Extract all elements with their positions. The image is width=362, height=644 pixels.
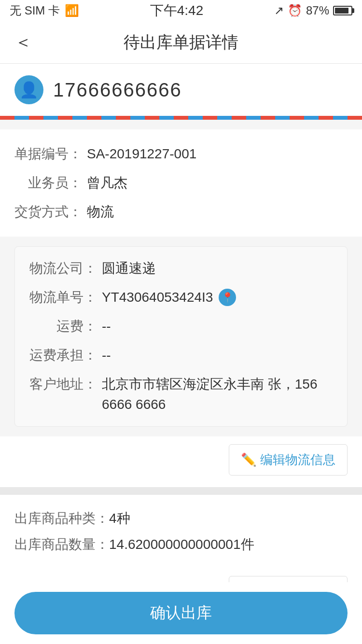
logistics-address-value: 北京市市辖区海淀区永丰南 张，156 6666 6666 <box>102 374 333 415</box>
order-info-section: 单据编号： SA-20191227-001 业务员： 曾凡杰 交货方式： 物流 <box>0 129 362 237</box>
status-bar-time: 下午4:42 <box>150 1 204 20</box>
edit-logistics-section: ✏️ 编辑物流信息 <box>0 436 362 487</box>
logistics-freight-row: 运费： -- <box>29 316 333 336</box>
avatar-icon: 👤 <box>19 81 39 99</box>
nav-bar: ＜ 待出库单据详情 <box>0 21 362 64</box>
section-spacer-1 <box>0 120 362 129</box>
wifi-icon: 📶 <box>65 4 79 17</box>
logistics-company-value: 圆通速递 <box>102 258 333 279</box>
goods-section: 出库商品种类： 4种 出库商品数量： 14.620000000000001件 <box>0 495 362 568</box>
confirm-button[interactable]: 确认出库 <box>14 592 348 634</box>
logistics-company-label: 物流公司： <box>29 258 97 279</box>
salesman-label: 业务员： <box>14 173 82 193</box>
battery-text: 87% <box>306 4 329 17</box>
dashed-divider <box>0 116 362 120</box>
logistics-tracking-row: 物流单号： YT43064053424I3 📍 <box>29 287 333 308</box>
logistics-freight-value: -- <box>102 316 333 336</box>
location-status-icon: ↗ <box>274 4 284 17</box>
edit-logistics-button[interactable]: ✏️ 编辑物流信息 <box>229 444 348 476</box>
logistics-tracking-value: YT43064053424I3 📍 <box>102 287 333 308</box>
delivery-label: 交货方式： <box>14 202 82 222</box>
status-bar-left: 无 SIM 卡 📶 <box>10 3 79 18</box>
goods-types-label: 出库商品种类： <box>14 509 109 528</box>
logistics-tracking-label: 物流单号： <box>29 287 97 308</box>
logistics-company-row: 物流公司： 圆通速递 <box>29 258 333 279</box>
goods-types-value: 4种 <box>109 509 130 528</box>
map-location-icon[interactable]: 📍 <box>219 289 236 306</box>
alarm-icon: ⏰ <box>288 4 302 17</box>
status-bar-right: ↗ ⏰ 87% <box>274 4 352 17</box>
logistics-freight-bear-label: 运费承担： <box>29 345 97 365</box>
logistics-freight-bear-row: 运费承担： -- <box>29 345 333 365</box>
delivery-value: 物流 <box>87 202 348 222</box>
logistics-freight-label: 运费： <box>29 316 97 336</box>
goods-types-row: 出库商品种类： 4种 <box>14 509 348 528</box>
logistics-address-label: 客户地址： <box>29 374 97 394</box>
gray-separator <box>0 487 362 495</box>
logistics-card: 物流公司： 圆通速递 物流单号： YT43064053424I3 📍 运费： -… <box>14 246 348 427</box>
avatar: 👤 <box>14 75 43 104</box>
delivery-row: 交货方式： 物流 <box>14 202 348 222</box>
goods-quantity-label: 出库商品数量： <box>14 535 109 554</box>
order-no-value: SA-20191227-001 <box>87 144 348 164</box>
tracking-number: YT43064053424I3 <box>102 287 213 308</box>
page-title: 待出库单据详情 <box>124 31 238 54</box>
confirm-label: 确认出库 <box>150 602 212 624</box>
back-button[interactable]: ＜ <box>14 30 32 54</box>
bottom-bar: 确认出库 <box>0 582 362 644</box>
goods-quantity-row: 出库商品数量： 14.620000000000001件 <box>14 535 348 554</box>
salesman-value: 曾凡杰 <box>87 173 348 193</box>
carrier-text: 无 SIM 卡 <box>10 3 60 18</box>
order-no-label: 单据编号： <box>14 144 82 164</box>
logistics-address-row: 客户地址： 北京市市辖区海淀区永丰南 张，156 6666 6666 <box>29 374 333 415</box>
goods-quantity-value: 14.620000000000001件 <box>109 535 254 554</box>
customer-header: 👤 17666666666 <box>0 64 362 116</box>
battery-icon <box>333 6 352 15</box>
edit-icon: ✏️ <box>241 452 256 467</box>
customer-phone: 17666666666 <box>53 79 182 101</box>
order-no-row: 单据编号： SA-20191227-001 <box>14 144 348 164</box>
salesman-row: 业务员： 曾凡杰 <box>14 173 348 193</box>
edit-logistics-label: 编辑物流信息 <box>260 451 335 468</box>
status-bar: 无 SIM 卡 📶 下午4:42 ↗ ⏰ 87% <box>0 0 362 21</box>
logistics-freight-bear-value: -- <box>102 345 333 365</box>
